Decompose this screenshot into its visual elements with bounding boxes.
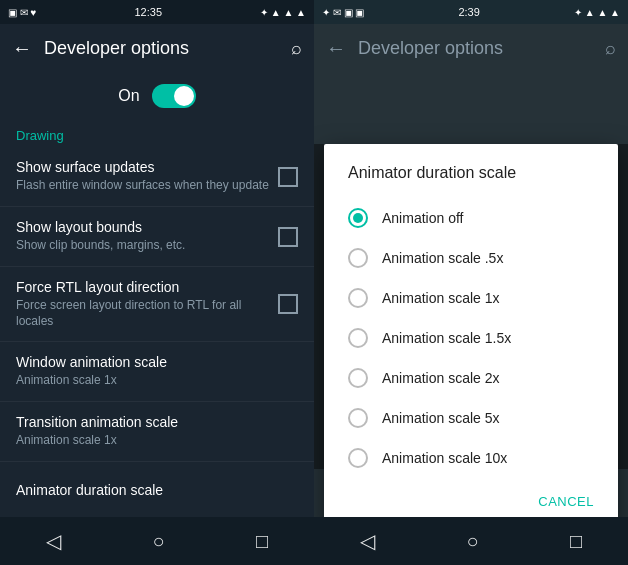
show-layout-bounds-item[interactable]: Show layout bounds Show clip bounds, mar… bbox=[0, 207, 314, 267]
radio-label-3: Animation scale 1.5x bbox=[382, 330, 511, 346]
radio-option-1[interactable]: Animation scale .5x bbox=[324, 238, 618, 278]
right-back-button[interactable]: ← bbox=[326, 37, 346, 60]
animator-duration-scale-text: Animator duration scale bbox=[16, 482, 298, 501]
radio-label-4: Animation scale 2x bbox=[382, 370, 500, 386]
radio-label-1: Animation scale .5x bbox=[382, 250, 503, 266]
radio-option-5[interactable]: Animation scale 5x bbox=[324, 398, 618, 438]
right-time: 2:39 bbox=[458, 6, 479, 18]
animator-duration-scale-title: Animator duration scale bbox=[16, 482, 298, 498]
radio-circle-5 bbox=[348, 408, 368, 428]
radio-option-3[interactable]: Animation scale 1.5x bbox=[324, 318, 618, 358]
force-rtl-title: Force RTL layout direction bbox=[16, 279, 278, 295]
radio-circle-0 bbox=[348, 208, 368, 228]
right-status-bar: ✦ ✉ ▣ ▣ 2:39 ✦ ▲ ▲ ▲ bbox=[314, 0, 628, 24]
radio-label-5: Animation scale 5x bbox=[382, 410, 500, 426]
show-layout-bounds-subtitle: Show clip bounds, margins, etc. bbox=[16, 238, 278, 254]
dialog-actions: CANCEL bbox=[324, 478, 618, 517]
left-system-icons: ✦ ▲ ▲ ▲ bbox=[260, 7, 306, 18]
right-back-nav-icon[interactable]: ◁ bbox=[360, 529, 375, 553]
window-animation-scale-item[interactable]: Window animation scale Animation scale 1… bbox=[0, 342, 314, 402]
transition-animation-scale-text: Transition animation scale Animation sca… bbox=[16, 414, 298, 449]
radio-circle-2 bbox=[348, 288, 368, 308]
radio-option-0[interactable]: Animation off bbox=[324, 198, 618, 238]
settings-list: Show surface updates Flash entire window… bbox=[0, 147, 314, 517]
left-status-right-icons: ✦ ▲ ▲ ▲ bbox=[260, 7, 306, 18]
left-status-left-icons: ▣ ✉ ♥ bbox=[8, 7, 37, 18]
right-status-left-icons: ✦ ✉ ▣ ▣ bbox=[322, 7, 364, 18]
left-notification-icons: ▣ ✉ ♥ bbox=[8, 7, 37, 18]
left-search-icon[interactable]: ⌕ bbox=[291, 38, 302, 59]
transition-animation-scale-item[interactable]: Transition animation scale Animation sca… bbox=[0, 402, 314, 462]
dialog-title: Animator duration scale bbox=[324, 164, 618, 198]
left-nav-bar: ◁ ○ □ bbox=[0, 517, 314, 565]
radio-label-0: Animation off bbox=[382, 210, 463, 226]
animator-duration-scale-item[interactable]: Animator duration scale bbox=[0, 462, 314, 517]
show-surface-updates-item[interactable]: Show surface updates Flash entire window… bbox=[0, 147, 314, 207]
developer-options-toggle[interactable] bbox=[152, 84, 196, 108]
radio-option-2[interactable]: Animation scale 1x bbox=[324, 278, 618, 318]
show-surface-updates-subtitle: Flash entire window surfaces when they u… bbox=[16, 178, 278, 194]
radio-option-4[interactable]: Animation scale 2x bbox=[324, 358, 618, 398]
radio-label-2: Animation scale 1x bbox=[382, 290, 500, 306]
left-status-bar: ▣ ✉ ♥ 12:35 ✦ ▲ ▲ ▲ bbox=[0, 0, 314, 24]
left-time: 12:35 bbox=[134, 6, 162, 18]
right-recent-nav-icon[interactable]: □ bbox=[570, 530, 582, 553]
left-page-title: Developer options bbox=[44, 38, 279, 59]
right-page-title: Developer options bbox=[358, 38, 593, 59]
transition-animation-scale-title: Transition animation scale bbox=[16, 414, 298, 430]
dialog-cancel-button[interactable]: CANCEL bbox=[530, 486, 602, 517]
right-nav-bar: ◁ ○ □ bbox=[314, 517, 628, 565]
right-status-right-icons: ✦ ▲ ▲ ▲ bbox=[574, 7, 620, 18]
on-toggle-row: On bbox=[0, 72, 314, 120]
right-system-icons: ✦ ▲ ▲ ▲ bbox=[574, 7, 620, 18]
window-animation-scale-subtitle: Animation scale 1x bbox=[16, 373, 298, 389]
show-surface-updates-text: Show surface updates Flash entire window… bbox=[16, 159, 278, 194]
radio-circle-3 bbox=[348, 328, 368, 348]
show-surface-updates-checkbox[interactable] bbox=[278, 167, 298, 187]
left-home-nav-icon[interactable]: ○ bbox=[152, 530, 164, 553]
left-back-nav-icon[interactable]: ◁ bbox=[46, 529, 61, 553]
on-label: On bbox=[118, 87, 139, 105]
drawing-section-header: Drawing bbox=[0, 120, 314, 147]
radio-circle-1 bbox=[348, 248, 368, 268]
right-content-area: Animator duration scale Animation off An… bbox=[314, 72, 628, 517]
left-recent-nav-icon[interactable]: □ bbox=[256, 530, 268, 553]
left-toolbar: ← Developer options ⌕ bbox=[0, 24, 314, 72]
force-rtl-text: Force RTL layout direction Force screen … bbox=[16, 279, 278, 329]
window-animation-scale-text: Window animation scale Animation scale 1… bbox=[16, 354, 298, 389]
animator-duration-dialog: Animator duration scale Animation off An… bbox=[324, 144, 618, 517]
left-panel: ▣ ✉ ♥ 12:35 ✦ ▲ ▲ ▲ ← Developer options … bbox=[0, 0, 314, 565]
show-layout-bounds-text: Show layout bounds Show clip bounds, mar… bbox=[16, 219, 278, 254]
radio-circle-4 bbox=[348, 368, 368, 388]
right-search-icon[interactable]: ⌕ bbox=[605, 38, 616, 59]
left-back-button[interactable]: ← bbox=[12, 37, 32, 60]
window-animation-scale-title: Window animation scale bbox=[16, 354, 298, 370]
force-rtl-item[interactable]: Force RTL layout direction Force screen … bbox=[0, 267, 314, 342]
radio-option-6[interactable]: Animation scale 10x bbox=[324, 438, 618, 478]
force-rtl-subtitle: Force screen layout direction to RTL for… bbox=[16, 298, 278, 329]
transition-animation-scale-subtitle: Animation scale 1x bbox=[16, 433, 298, 449]
radio-label-6: Animation scale 10x bbox=[382, 450, 507, 466]
right-notification-icons: ✦ ✉ ▣ ▣ bbox=[322, 7, 364, 18]
show-surface-updates-title: Show surface updates bbox=[16, 159, 278, 175]
force-rtl-checkbox[interactable] bbox=[278, 294, 298, 314]
right-panel: ✦ ✉ ▣ ▣ 2:39 ✦ ▲ ▲ ▲ ← Developer options… bbox=[314, 0, 628, 565]
right-toolbar: ← Developer options ⌕ bbox=[314, 24, 628, 72]
show-layout-bounds-checkbox[interactable] bbox=[278, 227, 298, 247]
right-home-nav-icon[interactable]: ○ bbox=[466, 530, 478, 553]
radio-circle-6 bbox=[348, 448, 368, 468]
show-layout-bounds-title: Show layout bounds bbox=[16, 219, 278, 235]
